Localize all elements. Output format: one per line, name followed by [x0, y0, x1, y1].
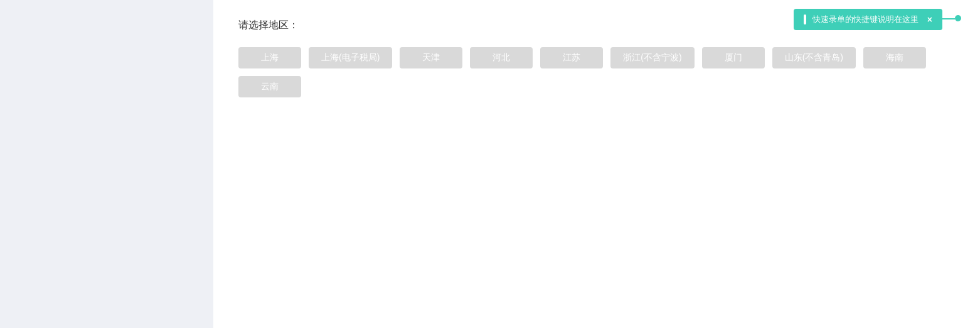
region-btn-hebei[interactable]: 河北 — [470, 47, 533, 68]
region-btn-yunnan[interactable]: 云南 — [238, 76, 301, 97]
tooltip-close-button[interactable]: × — [927, 14, 932, 25]
region-btn-zhejiang[interactable]: 浙江(不含宁波) — [610, 47, 694, 68]
tooltip-line — [942, 18, 955, 19]
region-btn-jiangsu[interactable]: 江苏 — [540, 47, 603, 68]
tooltip-accent — [804, 14, 806, 25]
region-btn-tianjin[interactable]: 天津 — [400, 47, 462, 68]
sidebar — [0, 0, 213, 328]
region-btn-shanghai[interactable]: 上海 — [238, 47, 301, 68]
tooltip-label: 快速录单的快捷键说明在这里 — [812, 14, 919, 25]
region-btn-xiamen[interactable]: 厦门 — [702, 47, 765, 68]
region-btn-shanghai-etax[interactable]: 上海(电子税局) — [309, 47, 392, 68]
tooltip-dot — [955, 15, 961, 21]
region-btn-hainan[interactable]: 海南 — [863, 47, 926, 68]
tooltip-bar: 快速录单的快捷键说明在这里 × — [794, 9, 942, 30]
region-btn-shandong[interactable]: 山东(不含青岛) — [772, 47, 856, 68]
main-content: 请选择地区： 上海上海(电子税局)天津河北江苏浙江(不含宁波)厦门山东(不含青岛… — [213, 0, 980, 328]
region-buttons: 上海上海(电子税局)天津河北江苏浙江(不含宁波)厦门山东(不含青岛)海南云南 — [238, 47, 955, 97]
